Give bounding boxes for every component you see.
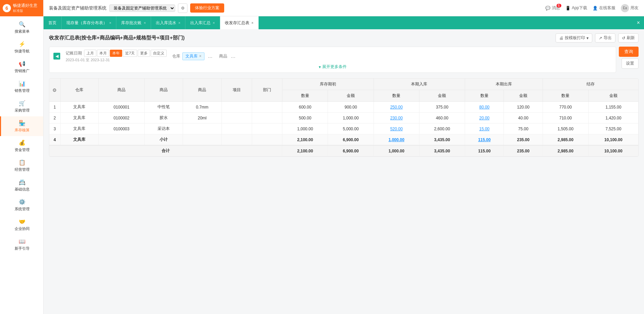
print-icon: 🖨: [559, 36, 563, 40]
sidebar-item-basic[interactable]: 📇 基础信息: [0, 176, 43, 195]
tab-stock-dist-close[interactable]: ×: [109, 21, 111, 25]
cell-in-amt: 375.00: [419, 102, 465, 113]
cell-in-qty-link[interactable]: 230.00: [390, 116, 403, 120]
tab-inout-summary[interactable]: 出入库汇总 ×: [185, 16, 220, 29]
warehouse-tag-text: 文具库: [185, 53, 198, 59]
tab-batch-close[interactable]: ×: [144, 21, 146, 25]
th-gear[interactable]: ⚙: [49, 79, 60, 102]
tab-batch[interactable]: 库存批次账 ×: [116, 16, 151, 29]
marketing-icon: 📢: [19, 61, 26, 67]
print-button[interactable]: 🖨 按模板打印 ▾: [556, 33, 592, 43]
cell-in-qty-link[interactable]: 1,000.00: [389, 137, 404, 142]
cell-no: 1: [49, 102, 60, 113]
sidebar-item-marketing[interactable]: 📢 营销推广: [0, 57, 43, 77]
main-area: 装备及固定资产辅助管理系统 装备及固定资产辅助管理系统 ⚙ 体验行业方案 💬 消…: [44, 0, 644, 314]
cell-dept: [252, 134, 282, 146]
cell-no: 4: [49, 134, 60, 146]
query-button[interactable]: 查询: [619, 47, 639, 57]
settings-button[interactable]: 设置: [622, 58, 639, 69]
search-icon: 🔍: [19, 21, 26, 28]
warehouse-more-btn[interactable]: ...: [207, 53, 214, 59]
cell-warehouse: 文具库: [60, 102, 99, 113]
cell-no: 3: [49, 123, 60, 134]
tab-inout-flow-close[interactable]: ×: [178, 21, 180, 25]
tab-recv-send-close[interactable]: ×: [251, 21, 253, 25]
warehouse-tag-close[interactable]: ×: [199, 54, 201, 59]
current-year-btn[interactable]: 本年: [110, 50, 122, 57]
goods-more-btn[interactable]: ...: [229, 53, 236, 59]
sidebar-item-purchase[interactable]: 🛒 采购管理: [0, 97, 43, 116]
app-download-button[interactable]: 📱 App下载: [565, 5, 587, 11]
page-content: 收发存汇总表(按仓库+商品编码+商品+规格型号+项目+部门) 🖨 按模板打印 ▾…: [44, 29, 644, 314]
last-month-btn[interactable]: 上月: [84, 50, 96, 57]
tab-recv-send[interactable]: 收发存汇总表 ×: [220, 16, 259, 29]
sidebar-item-inventory[interactable]: 🏪 库存核算: [0, 116, 43, 136]
message-button[interactable]: 💬 消息 6: [545, 5, 560, 11]
7days-btn[interactable]: 近7天: [123, 50, 137, 57]
custom-date-btn[interactable]: 自定义: [151, 50, 167, 57]
trial-button[interactable]: 体验行业方案: [190, 3, 224, 13]
cell-code: 0100003: [99, 123, 144, 134]
cell-project: [221, 134, 252, 146]
filter-toggle[interactable]: ◀: [53, 53, 60, 60]
cell-out-qty[interactable]: 20.00: [465, 113, 504, 123]
sidebar-item-label: 库存核算: [15, 128, 30, 133]
sidebar-item-sales[interactable]: 📊 销售管理: [0, 77, 43, 97]
chevron-down-icon: ▾: [587, 36, 589, 40]
cell-out-qty[interactable]: 115.00: [465, 134, 504, 146]
page-title: 收发存汇总表(按仓库+商品编码+商品+规格型号+项目+部门): [49, 35, 185, 41]
date-range-display: 2023-01-01 至 2023-12-31: [66, 57, 167, 63]
user-menu[interactable]: Ea 用友: [621, 4, 639, 12]
footer-in-amt: 3,435.00: [419, 145, 465, 156]
cell-opening-qty: 1,000.00: [282, 123, 328, 134]
th-in-group: 本期入库: [374, 79, 465, 90]
sidebar-item-business[interactable]: 📋 经营管理: [0, 156, 43, 176]
th-closing-group: 结存: [543, 79, 638, 90]
cell-out-qty-link[interactable]: 20.00: [479, 116, 490, 120]
cell-opening-amt: 900.00: [328, 102, 374, 113]
cell-closing-qty: 770.00: [543, 102, 588, 113]
service-button[interactable]: 👤 在线客服: [593, 5, 615, 11]
sidebar-item-guide[interactable]: 📖 新手引导: [0, 235, 43, 254]
cell-in-qty-link[interactable]: 250.00: [390, 105, 403, 110]
cell-in-qty[interactable]: 230.00: [374, 113, 419, 123]
cell-out-amt: 120.00: [504, 102, 543, 113]
refresh-button[interactable]: ↺ 刷新: [618, 33, 639, 43]
expand-filter-btn[interactable]: ▾ 展开更多条件: [319, 64, 347, 70]
tabs-bar: 首页 现存量（库存分布表） × 库存批次账 × 出入库流水 × 出入库汇总 × …: [44, 16, 644, 29]
cell-closing-qty: 710.00: [543, 113, 588, 123]
tab-home[interactable]: 首页: [44, 16, 62, 29]
sidebar-item-corp[interactable]: 🤝 企业协同: [0, 215, 43, 235]
column-settings-icon[interactable]: ⚙: [52, 87, 57, 93]
sidebar-nav: 🔍 搜索菜单 ⚡ 快捷导航 📢 营销推广 📊 销售管理 🛒 采购管理 🏪 库存核…: [0, 16, 43, 314]
cell-out-qty-link[interactable]: 115.00: [478, 137, 491, 142]
current-month-btn[interactable]: 本月: [97, 50, 109, 57]
close-all-tabs[interactable]: ×: [633, 20, 644, 26]
finance-icon: 💰: [19, 139, 26, 146]
cell-in-qty-link[interactable]: 520.00: [390, 127, 403, 131]
gear-button[interactable]: ⚙: [178, 3, 187, 13]
export-button[interactable]: ↗ 导出: [595, 33, 615, 43]
tab-stock-dist[interactable]: 现存量（库存分布表） ×: [62, 16, 116, 29]
app-select[interactable]: 装备及固定资产辅助管理系统: [109, 4, 175, 12]
tab-inout-flow[interactable]: 出入库流水 ×: [151, 16, 185, 29]
sidebar-item-system[interactable]: ⚙️ 系统管理: [0, 195, 43, 215]
cell-in-qty[interactable]: 1,000.00: [374, 134, 419, 146]
logo-icon: 6: [3, 4, 11, 12]
cell-out-qty-link[interactable]: 15.00: [479, 127, 490, 131]
cell-in-qty[interactable]: 520.00: [374, 123, 419, 134]
cell-spec: 20ml: [183, 113, 221, 123]
footer-in-qty: 1,000.00: [374, 145, 419, 156]
sidebar-item-finance[interactable]: 💰 资金管理: [0, 136, 43, 156]
cell-project: [221, 113, 252, 123]
cell-code: [99, 134, 144, 146]
sidebar-item-quick[interactable]: ⚡ 快捷导航: [0, 37, 43, 57]
sidebar-item-search[interactable]: 🔍 搜索菜单: [0, 18, 43, 37]
tab-inout-summary-close[interactable]: ×: [213, 21, 215, 25]
more-date-btn[interactable]: 更多: [138, 50, 150, 57]
cell-in-qty[interactable]: 250.00: [374, 102, 419, 113]
cell-name: 中性笔: [144, 102, 183, 113]
cell-out-qty[interactable]: 80.00: [465, 102, 504, 113]
cell-out-qty-link[interactable]: 80.00: [479, 105, 490, 110]
cell-out-qty[interactable]: 15.00: [465, 123, 504, 134]
